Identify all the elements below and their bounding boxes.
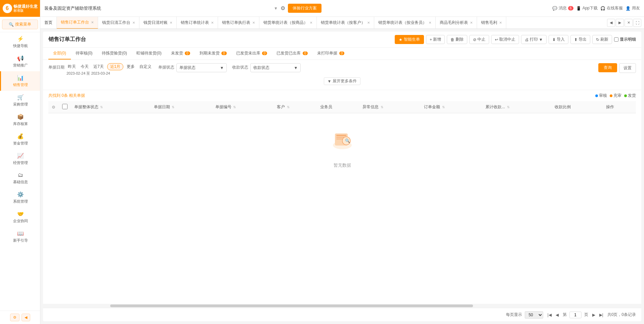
print-btn[interactable]: 🖨 打印 ▼: [521, 35, 547, 44]
sidebar-item-sales[interactable]: 📊 销售管理: [0, 71, 40, 91]
tab-home[interactable]: 首页: [40, 17, 57, 29]
tab-close-sales-customer[interactable]: ✕: [367, 21, 370, 25]
topbar-expand-icon[interactable]: ▼: [274, 6, 278, 11]
app-download-btn[interactable]: 📱 App下载: [576, 5, 598, 11]
delete-btn[interactable]: 🗑 删除: [447, 35, 467, 44]
sidebar-item-operations[interactable]: 📈 经营管理: [0, 149, 40, 169]
next-page-btn[interactable]: ▶: [591, 312, 597, 318]
scrollbar-thumb[interactable]: [110, 305, 473, 307]
last-page-btn[interactable]: ▶|: [598, 312, 605, 318]
horizontal-scrollbar[interactable]: [43, 304, 641, 308]
collapse-btn[interactable]: ◀: [22, 314, 30, 321]
cancel-stop-btn[interactable]: ↩ 取消中止: [491, 35, 519, 44]
date-btn-yesterday[interactable]: 昨天: [67, 63, 77, 70]
tab-cash-account[interactable]: 钱货日清对账 ✕: [139, 17, 177, 29]
tab-close-sales-profit[interactable]: ✕: [499, 21, 502, 25]
topbar-settings-icon[interactable]: ⚙: [281, 5, 285, 11]
tab-close-cash-daily[interactable]: ✕: [132, 21, 135, 25]
ship-btn[interactable]: 发货: [624, 93, 636, 98]
date-btn-more[interactable]: 更多: [125, 63, 136, 70]
sort-icon[interactable]: ⇅: [287, 105, 290, 109]
settings-bottom-btn[interactable]: ⚙: [10, 314, 19, 321]
sidebar-item-quick-nav[interactable]: ⚡ 快捷导航: [0, 32, 40, 52]
tab-sales-stat[interactable]: 销售订单统计表 ✕: [177, 17, 218, 29]
sub-tab-wangpu[interactable]: 旺铺待发货(0): [132, 48, 166, 59]
export-btn[interactable]: ⬆ 导出: [570, 35, 590, 44]
tab-sales-order[interactable]: 销售订单工作台 ✕: [57, 17, 98, 29]
tab-close-sales-staff[interactable]: ✕: [429, 21, 431, 25]
sort-icon[interactable]: ⇅: [233, 105, 236, 109]
add-btn[interactable]: + 新增: [426, 35, 445, 44]
refresh-btn[interactable]: ↻ 刷新: [592, 35, 612, 44]
sort-icon[interactable]: ⇅: [100, 105, 103, 109]
display-detail-input[interactable]: [614, 37, 618, 42]
tab-sales-exec[interactable]: 销售订单执行表 ✕: [218, 17, 259, 29]
solution-btn[interactable]: 体验行业方案: [288, 4, 321, 13]
first-page-btn[interactable]: |◀: [546, 312, 553, 318]
sub-tab-overdue[interactable]: 到期未发货 0: [195, 48, 231, 59]
page-label: 第: [561, 311, 568, 318]
tab-prev-btn[interactable]: ◀: [607, 19, 615, 27]
sidebar-item-finance[interactable]: 💰 资金管理: [0, 130, 40, 149]
tab-sales-product[interactable]: 销货单统计表（按商品） ✕: [259, 17, 317, 29]
date-btn-today[interactable]: 今天: [79, 63, 90, 70]
tab-close-gross-profit[interactable]: ✕: [470, 21, 473, 25]
sidebar-item-inventory[interactable]: 📦 库存核算: [0, 110, 40, 130]
page-input[interactable]: [569, 312, 582, 318]
sub-tab-not-shipped[interactable]: 未发货 0: [166, 48, 195, 59]
prev-page-btn[interactable]: ◀: [554, 312, 560, 318]
per-page-select[interactable]: 50 20 100: [525, 311, 543, 319]
tab-next-btn[interactable]: ▶: [616, 19, 624, 27]
search-menu-button[interactable]: 🔍 搜索菜单: [2, 19, 38, 29]
tab-close-sales-product[interactable]: ✕: [310, 21, 312, 25]
sub-tab-shipped-out[interactable]: 已发货已出库 0: [272, 48, 312, 59]
col-settings: ⚙: [48, 101, 59, 113]
online-service-btn[interactable]: 🎧 在线客服: [600, 5, 623, 11]
payment-select[interactable]: 收款状态 ▼: [250, 63, 301, 72]
table-settings-icon[interactable]: ⚙: [52, 105, 55, 110]
date-btn-7days[interactable]: 近7天: [92, 63, 105, 70]
tab-fullscreen-btn[interactable]: ⛶: [633, 19, 641, 27]
user-btn[interactable]: 👤 用友: [626, 5, 640, 11]
sub-tab-pending-inspect[interactable]: 待拣货验货(0): [97, 48, 132, 59]
sort-icon[interactable]: ⇅: [442, 105, 445, 109]
tab-close-sales-order[interactable]: ✕: [91, 21, 94, 24]
sub-tab-all[interactable]: 全部(0): [48, 48, 71, 59]
setting-btn[interactable]: 设置: [619, 63, 636, 73]
tab-close-cash-account[interactable]: ✕: [170, 21, 172, 25]
sidebar-item-system[interactable]: ⚙️ 系统管理: [0, 188, 40, 207]
cancel-review-btn[interactable]: 充审: [610, 93, 621, 98]
expand-btn[interactable]: ▼ 展开更多条件: [324, 77, 361, 85]
search-menu-btn[interactable]: 🔍 搜索菜单: [0, 17, 40, 32]
sub-tab-shipped-not-in[interactable]: 已发货未出库 0: [231, 48, 272, 59]
sidebar-item-basic-info[interactable]: 🗂 基础信息: [0, 169, 40, 188]
sidebar-item-purchase[interactable]: 🛒 采购管理: [0, 91, 40, 110]
display-detail-checkbox[interactable]: 显示明细: [614, 37, 636, 42]
sort-icon[interactable]: ⇅: [381, 105, 383, 109]
tab-sales-staff[interactable]: 销货单统计表（按业务员） ✕: [374, 17, 436, 29]
tab-close-sales-exec[interactable]: ✕: [252, 21, 255, 25]
import-btn[interactable]: ⬇ 导入: [549, 35, 568, 44]
sidebar-item-cooperation[interactable]: 🤝 企业协同: [0, 207, 40, 227]
message-btn[interactable]: 💬 消息 6: [552, 5, 573, 11]
review-btn[interactable]: 审核: [595, 93, 607, 98]
tab-sales-customer[interactable]: 销货单统计表（按客户） ✕: [317, 17, 374, 29]
smart-btn[interactable]: ★ 智能生单: [395, 35, 424, 44]
sort-icon[interactable]: ⇅: [172, 105, 174, 109]
query-btn[interactable]: 查询: [598, 63, 617, 72]
date-btn-1month[interactable]: 近1月: [107, 63, 124, 70]
tab-cash-daily[interactable]: 钱货日清工作台 ✕: [98, 17, 139, 29]
tab-gross-profit[interactable]: 商品毛利分析表 ✕: [436, 17, 477, 29]
sidebar-item-guide[interactable]: 📖 新手引导: [0, 227, 40, 246]
tab-close-all-btn[interactable]: ✕: [625, 19, 633, 27]
sub-tab-not-printed[interactable]: 未打印单据 0: [312, 48, 349, 59]
sub-tab-pending-review[interactable]: 待审核(0): [71, 48, 97, 59]
date-btn-custom[interactable]: 自定义: [138, 63, 153, 70]
select-all-checkbox[interactable]: [62, 104, 68, 109]
tab-close-sales-stat[interactable]: ✕: [211, 21, 214, 25]
stop-btn[interactable]: ⊘ 中止: [469, 35, 489, 44]
tab-sales-profit[interactable]: 销售毛利 ✕: [477, 17, 506, 29]
status-select[interactable]: 单据状态 ▼: [176, 63, 227, 72]
sort-icon[interactable]: ⇅: [507, 105, 510, 109]
sidebar-item-marketing[interactable]: 📢 营销推广: [0, 52, 40, 71]
